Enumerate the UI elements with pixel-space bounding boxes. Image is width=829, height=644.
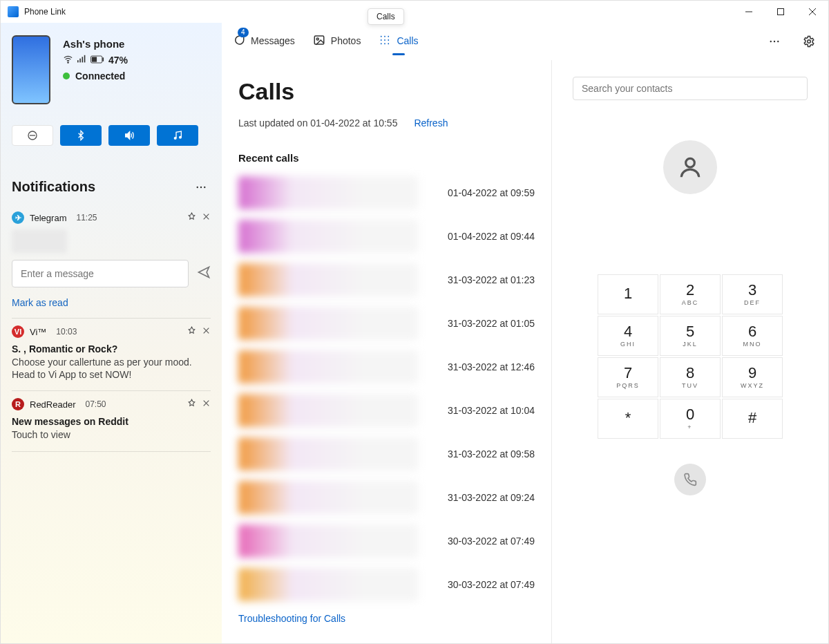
- titlebar: Phone Link: [1, 1, 828, 23]
- phone-thumbnail[interactable]: [12, 35, 50, 104]
- call-row[interactable]: 31-03-2022 at 01:23: [238, 258, 535, 301]
- svg-point-16: [197, 186, 198, 187]
- call-timestamp: 31-03-2022 at 10:04: [448, 405, 535, 416]
- dialpad-key-2[interactable]: 2 ABC: [660, 274, 721, 314]
- caller-info-blurred: [238, 350, 418, 383]
- dialpad-key-1[interactable]: 1: [598, 274, 658, 314]
- dialpad-key-8[interactable]: 8 TUV: [660, 357, 721, 397]
- notification-body: Choose your callertune as per your mood.…: [12, 356, 211, 381]
- svg-rect-8: [84, 55, 86, 63]
- dialpad-digit: 1: [624, 286, 632, 301]
- dialpad-key-7[interactable]: 7 PQRS: [598, 357, 658, 397]
- svg-point-17: [200, 186, 202, 187]
- tab-photos-label: Photos: [331, 35, 361, 46]
- dialpad-key-6[interactable]: 6 MNO: [722, 316, 783, 356]
- call-row[interactable]: 01-04-2022 at 09:59: [238, 171, 535, 214]
- call-timestamp: 31-03-2022 at 12:46: [448, 361, 535, 372]
- notification-item[interactable]: VI Vi™ 10:03 S. , Romantic or Rock?Choos…: [12, 319, 211, 391]
- calls-tooltip: Calls: [368, 8, 404, 25]
- call-row[interactable]: 31-03-2022 at 01:05: [238, 301, 535, 345]
- svg-point-18: [204, 186, 205, 187]
- notification-time: 11:25: [76, 213, 97, 222]
- tab-messages[interactable]: 4 Messages: [231, 27, 296, 57]
- dialpad-digit: 4: [624, 324, 632, 339]
- dnd-button[interactable]: [12, 125, 53, 146]
- call-row[interactable]: 30-03-2022 at 07:49: [238, 519, 535, 562]
- dialpad-digit: 6: [748, 324, 756, 339]
- call-timestamp: 31-03-2022 at 09:24: [448, 492, 535, 503]
- window-minimize-button[interactable]: [733, 1, 765, 23]
- call-row[interactable]: 31-03-2022 at 12:46: [238, 345, 535, 388]
- tab-calls[interactable]: Calls: [377, 27, 419, 57]
- tab-messages-label: Messages: [251, 35, 295, 46]
- notification-item[interactable]: R RedReader 07:50 New messages on Reddit…: [12, 391, 211, 451]
- reply-input[interactable]: [12, 260, 189, 287]
- more-button[interactable]: [765, 35, 784, 48]
- phone-name: Ash's phone: [63, 38, 128, 50]
- dialpad-key-*[interactable]: *: [598, 399, 658, 439]
- call-row[interactable]: 30-03-2022 at 07:49: [238, 562, 535, 606]
- call-row[interactable]: 31-03-2022 at 09:58: [238, 432, 535, 475]
- call-timestamp: 31-03-2022 at 01:23: [448, 274, 535, 285]
- dialpad-letters: GHI: [620, 341, 636, 348]
- troubleshoot-link[interactable]: Troubleshooting for Calls: [238, 613, 535, 624]
- pin-icon[interactable]: [187, 325, 196, 338]
- caller-info-blurred: [238, 176, 418, 209]
- pin-icon[interactable]: [187, 211, 196, 224]
- music-button[interactable]: [157, 125, 198, 146]
- notifications-more-icon[interactable]: [191, 181, 211, 193]
- contacts-search-input[interactable]: [573, 77, 808, 100]
- dialpad-letters: MNO: [743, 341, 762, 348]
- dialer-panel: 1 2 ABC3 DEF4 GHI5 JKL6 MNO7 PQRS8 TUV9 …: [552, 60, 828, 643]
- caller-info-blurred: [238, 394, 418, 427]
- bluetooth-button[interactable]: [60, 125, 102, 146]
- notification-time: 10:03: [56, 327, 77, 337]
- svg-point-14: [174, 138, 176, 140]
- dialpad-key-5[interactable]: 5 JKL: [660, 316, 721, 356]
- svg-point-26: [316, 38, 318, 40]
- dialpad-key-4[interactable]: 4 GHI: [598, 316, 658, 356]
- dialpad-digit: 2: [686, 283, 694, 298]
- send-icon[interactable]: [197, 265, 211, 282]
- caller-info-blurred: [238, 481, 418, 514]
- svg-rect-1: [778, 9, 784, 15]
- call-row[interactable]: 31-03-2022 at 10:04: [238, 388, 535, 432]
- svg-point-27: [381, 35, 382, 37]
- dismiss-icon[interactable]: [202, 398, 211, 410]
- dismiss-icon[interactable]: [202, 325, 211, 338]
- tab-photos[interactable]: Photos: [312, 27, 363, 57]
- volume-button[interactable]: [108, 125, 150, 146]
- refresh-link[interactable]: Refresh: [414, 117, 448, 129]
- dialpad-key-0[interactable]: 0 +: [660, 399, 721, 439]
- notification-item[interactable]: ✈ Telegram 11:25 Mark as read: [12, 205, 211, 319]
- dialpad-key-#[interactable]: #: [722, 399, 783, 439]
- window-maximize-button[interactable]: [765, 1, 797, 23]
- svg-point-15: [180, 136, 182, 138]
- notification-title: New messages on Reddit: [12, 416, 211, 427]
- call-row[interactable]: 31-03-2022 at 09:24: [238, 475, 535, 519]
- settings-button[interactable]: [799, 35, 819, 48]
- dialpad-letters: DEF: [744, 299, 761, 306]
- pin-icon[interactable]: [187, 398, 196, 410]
- caller-info-blurred: [238, 437, 418, 471]
- caller-info-blurred: [238, 307, 418, 340]
- vi-icon: VI: [12, 325, 24, 338]
- svg-point-40: [686, 158, 695, 167]
- dialpad-letters: TUV: [682, 382, 698, 389]
- dialpad-key-3[interactable]: 3 DEF: [722, 274, 783, 314]
- dialpad-letters: JKL: [683, 341, 698, 348]
- dialpad-digit: *: [625, 410, 631, 426]
- dialpad-letters: +: [687, 424, 692, 430]
- dial-button[interactable]: [674, 464, 706, 495]
- call-row[interactable]: 01-04-2022 at 09:44: [238, 214, 535, 258]
- notification-time: 07:50: [86, 399, 106, 409]
- call-timestamp: 30-03-2022 at 07:49: [448, 579, 535, 590]
- call-timestamp: 01-04-2022 at 09:44: [448, 231, 535, 242]
- window-close-button[interactable]: [797, 1, 828, 23]
- dialpad-key-9[interactable]: 9 WXYZ: [722, 357, 783, 397]
- wifi-icon: [63, 54, 73, 66]
- mark-as-read-link[interactable]: Mark as read: [12, 297, 211, 308]
- dialpad-letters: ABC: [682, 299, 699, 306]
- dismiss-icon[interactable]: [202, 211, 211, 224]
- photos-icon: [313, 34, 325, 48]
